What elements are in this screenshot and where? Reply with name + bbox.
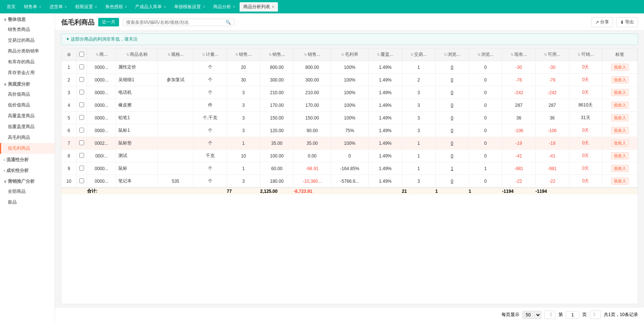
sidebar-group-circulation[interactable]: › 流通性分析: [0, 154, 55, 165]
cell-view1[interactable]: 0: [435, 86, 469, 99]
period-button[interactable]: 近一月: [98, 18, 119, 26]
nav-template[interactable]: 单据模板设置 ×: [170, 2, 209, 12]
footer-available: -1194: [535, 188, 569, 194]
export-button[interactable]: ⬇ 导出: [616, 17, 638, 27]
sidebar-group-aesthetics[interactable]: ∨ 美观度分析: [0, 78, 55, 89]
cell-view1[interactable]: 0: [435, 137, 469, 150]
cell-view2: 0: [469, 150, 502, 162]
cell-view1[interactable]: 0: [435, 61, 469, 74]
row-checkbox[interactable]: [79, 166, 84, 170]
cell-view1[interactable]: 0: [435, 124, 469, 137]
row-checkbox[interactable]: [79, 115, 84, 120]
sidebar-group-overall[interactable]: ∨ 整体信息: [0, 13, 55, 24]
nav-product-analysis[interactable]: 商品分析 ×: [209, 2, 239, 12]
row-checkbox[interactable]: [79, 102, 84, 107]
page-size-select[interactable]: 50 100: [522, 311, 541, 319]
sidebar-group-marketing[interactable]: ∨ 营销推广分析: [0, 175, 55, 186]
sidebar-group-growth[interactable]: › 成长性分析: [0, 165, 55, 175]
sidebar-item-sales-products[interactable]: 销售类商品: [0, 24, 55, 35]
cell-code: 0000...: [87, 162, 116, 175]
row-checkbox[interactable]: [79, 128, 84, 133]
cell-checkbox[interactable]: [77, 124, 87, 137]
cell-spec: [158, 162, 193, 175]
close-icon[interactable]: ×: [164, 5, 166, 9]
prev-page-button[interactable]: 〈: [544, 310, 555, 319]
cell-checkbox[interactable]: [77, 175, 87, 188]
cell-spec: 参加复试: [158, 74, 193, 86]
cell-spec: 535: [158, 175, 193, 188]
nav-permissions[interactable]: 权限设置 ×: [71, 2, 101, 12]
cell-checkbox[interactable]: [77, 162, 87, 175]
cell-view1[interactable]: 0: [435, 112, 469, 124]
next-page-button[interactable]: 〉: [590, 310, 601, 319]
cell-checkbox[interactable]: [77, 112, 87, 124]
cell-coverage: 1.49%: [369, 162, 402, 175]
nav-purchase-order[interactable]: 进货单 ×: [46, 2, 71, 12]
sidebar-item-low-margin[interactable]: 低毛利商品: [0, 143, 55, 154]
sidebar-item-new-products[interactable]: 新品: [0, 197, 55, 208]
cell-margin: -5766.6...: [331, 175, 368, 188]
sidebar-item-low-value[interactable]: 低价值商品: [0, 100, 55, 111]
sidebar-item-high-margin[interactable]: 高毛利商品: [0, 132, 55, 143]
row-checkbox[interactable]: [79, 140, 84, 145]
cell-unit: 个: [193, 61, 227, 74]
search-input[interactable]: [126, 20, 225, 25]
nav-role-auth[interactable]: 角色授权 ×: [102, 2, 131, 12]
row-checkbox[interactable]: [79, 64, 84, 69]
sidebar-item-high-coverage[interactable]: 高覆盖度商品: [0, 111, 55, 121]
cell-checkbox[interactable]: [77, 150, 87, 162]
table-row: 9 0000... 鼠标 个 1 60.00 -98.91 -164.85% 1…: [61, 162, 638, 175]
close-icon[interactable]: ×: [125, 5, 127, 9]
th-settings[interactable]: ⚙: [61, 48, 77, 61]
select-all-checkbox[interactable]: [79, 52, 84, 57]
nav-sales-order[interactable]: 销售单 ×: [20, 2, 45, 12]
cell-view1[interactable]: 0: [435, 150, 469, 162]
close-icon[interactable]: ×: [233, 5, 235, 9]
cell-view1[interactable]: 0: [435, 99, 469, 112]
row-checkbox[interactable]: [79, 178, 84, 183]
sidebar-item-high-value[interactable]: 高价值商品: [0, 89, 55, 100]
search-box[interactable]: 🔍: [123, 19, 234, 26]
cell-checkbox[interactable]: [77, 61, 87, 74]
cell-sellable: 0天: [569, 175, 602, 188]
nav-home[interactable]: 首页: [3, 2, 19, 12]
sidebar-item-all-products[interactable]: 全部商品: [0, 186, 55, 197]
cell-view1[interactable]: 0: [435, 175, 469, 188]
cell-available: -30: [535, 61, 569, 74]
row-checkbox[interactable]: [79, 153, 84, 158]
content-area: 低毛利商品 近一月 🔍 ↗ 分享 ⬇ 导出 ✦ 这部分商品的利润非常低，请关注: [55, 13, 644, 322]
sidebar-item-category-rate[interactable]: 商品分类助销率: [0, 46, 55, 57]
cell-checkbox[interactable]: [77, 99, 87, 112]
footer-sales-price: 2,125.00: [260, 188, 294, 194]
close-icon[interactable]: ×: [39, 5, 41, 9]
sidebar-item-stock-capital[interactable]: 库存资金占用: [0, 67, 55, 78]
close-icon[interactable]: ×: [65, 5, 67, 9]
close-icon[interactable]: ×: [203, 5, 205, 9]
page-number-input[interactable]: [566, 311, 579, 319]
cell-view2: 0: [469, 175, 502, 188]
nav-product-analysis-list[interactable]: 商品分析列表 ×: [240, 2, 278, 12]
cell-tag: 低收入: [602, 61, 638, 74]
cell-margin: 100%: [331, 99, 368, 112]
cell-checkbox[interactable]: [77, 86, 87, 99]
cell-view1[interactable]: 0: [435, 74, 469, 86]
sidebar-item-low-coverage[interactable]: 低覆盖度商品: [0, 121, 55, 132]
th-checkbox[interactable]: [77, 48, 87, 61]
cell-checkbox[interactable]: [77, 137, 87, 150]
cell-sales-price: 180.00: [260, 175, 294, 188]
cell-view1[interactable]: 1: [435, 162, 469, 175]
sidebar-item-traded-products[interactable]: 交易过的商品: [0, 35, 55, 46]
cell-sales-amount: -98.91: [294, 162, 331, 175]
cell-coverage: 1.49%: [369, 137, 402, 150]
close-icon[interactable]: ×: [95, 5, 97, 9]
close-icon[interactable]: ×: [272, 5, 274, 9]
footer-current: -1194: [502, 188, 536, 194]
row-checkbox[interactable]: [79, 77, 84, 82]
search-icon[interactable]: 🔍: [225, 20, 231, 25]
sidebar-item-in-stock[interactable]: 有库存的商品: [0, 57, 55, 67]
cell-tag: 低收入: [602, 175, 638, 188]
nav-product-in[interactable]: 产成品入库单 ×: [131, 2, 170, 12]
share-button[interactable]: ↗ 分享: [591, 17, 613, 27]
row-checkbox[interactable]: [79, 90, 84, 95]
cell-checkbox[interactable]: [77, 74, 87, 86]
